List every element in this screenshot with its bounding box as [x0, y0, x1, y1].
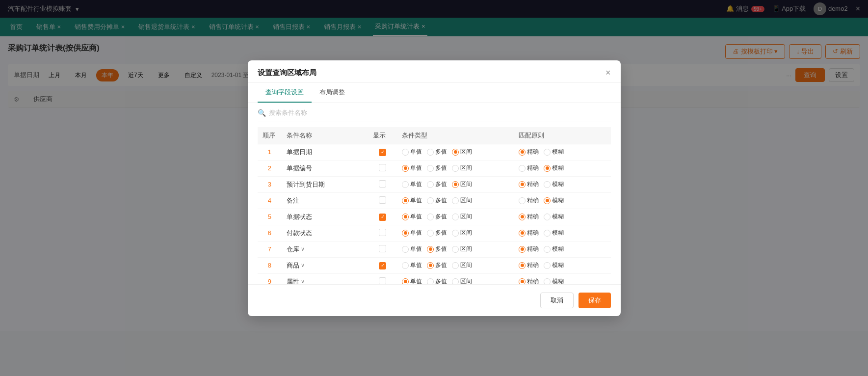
row-name: 备注 — [282, 192, 368, 209]
display-checkbox[interactable] — [379, 262, 386, 269]
match-radio-fuzzy[interactable]: 模糊 — [544, 245, 564, 253]
radio-circle — [544, 230, 551, 237]
match-radio-exact[interactable]: 精确 — [519, 196, 539, 205]
match-radio-exact[interactable]: 精确 — [519, 245, 539, 253]
type-radio-single[interactable]: 单值 — [402, 245, 422, 253]
match-radio-fuzzy[interactable]: 模糊 — [544, 164, 564, 172]
radio-circle — [544, 197, 551, 204]
match-radio-fuzzy[interactable]: 模糊 — [544, 213, 564, 221]
radio-circle — [427, 149, 434, 156]
type-radio-single[interactable]: 单值 — [402, 277, 422, 284]
row-match: 精确模糊 — [514, 176, 610, 192]
row-display[interactable] — [368, 209, 397, 225]
match-radio-exact[interactable]: 精确 — [519, 277, 539, 284]
match-radio-fuzzy[interactable]: 模糊 — [544, 229, 564, 237]
row-display[interactable] — [368, 257, 397, 273]
radio-circle — [427, 214, 434, 220]
type-radio-multi[interactable]: 多值 — [427, 164, 447, 172]
display-checkbox[interactable] — [379, 196, 386, 204]
row-type: 单值多值区间 — [397, 176, 514, 192]
type-radio-range[interactable]: 区间 — [452, 196, 472, 205]
settings-row: 1单据日期单值多值区间精确模糊 — [258, 144, 611, 160]
match-radio-fuzzy[interactable]: 模糊 — [544, 196, 564, 205]
radio-circle — [544, 262, 551, 269]
radio-circle — [427, 181, 434, 188]
type-radio-single[interactable]: 单值 — [402, 196, 422, 205]
type-radio-range[interactable]: 区间 — [452, 148, 472, 156]
col-header-display: 显示 — [368, 127, 397, 144]
match-radio-exact[interactable]: 精确 — [519, 261, 539, 269]
type-radio-single[interactable]: 单值 — [402, 213, 422, 221]
row-type: 单值多值区间 — [397, 241, 514, 257]
type-radio-multi[interactable]: 多值 — [427, 180, 447, 188]
row-display[interactable] — [368, 192, 397, 209]
col-header-name: 条件名称 — [282, 127, 368, 144]
type-radio-single[interactable]: 单值 — [402, 148, 422, 156]
type-radio-single[interactable]: 单值 — [402, 180, 422, 188]
match-radio-exact[interactable]: 精确 — [519, 180, 539, 188]
type-radio-multi[interactable]: 多值 — [427, 261, 447, 269]
radio-circle — [452, 230, 459, 237]
dialog-tab-layout[interactable]: 布局调整 — [312, 83, 353, 103]
type-radio-single[interactable]: 单值 — [402, 229, 422, 237]
type-radio-multi[interactable]: 多值 — [427, 148, 447, 156]
dialog-title: 设置查询区域布局 — [258, 68, 316, 78]
match-radio-fuzzy[interactable]: 模糊 — [544, 148, 564, 156]
type-radio-range[interactable]: 区间 — [452, 229, 472, 237]
row-display[interactable] — [368, 160, 397, 176]
search-input[interactable] — [269, 109, 611, 116]
radio-circle — [452, 246, 459, 253]
type-radio-multi[interactable]: 多值 — [427, 245, 447, 253]
display-checkbox[interactable] — [379, 245, 386, 252]
display-checkbox[interactable] — [379, 180, 386, 188]
row-display[interactable] — [368, 176, 397, 192]
row-display[interactable] — [368, 273, 397, 284]
settings-table: 顺序 条件名称 显示 条件类型 匹配原则 1单据日期单值多值区间精确模糊2单据编… — [258, 127, 611, 284]
row-match: 精确模糊 — [514, 273, 610, 284]
match-radio-fuzzy[interactable]: 模糊 — [544, 261, 564, 269]
radio-circle — [519, 262, 526, 269]
dialog-close-button[interactable]: × — [605, 68, 611, 77]
save-button[interactable]: 保存 — [579, 293, 611, 308]
type-radio-multi[interactable]: 多值 — [427, 229, 447, 237]
match-radio-exact[interactable]: 精确 — [519, 164, 539, 172]
type-radio-range[interactable]: 区间 — [452, 180, 472, 188]
row-order: 6 — [258, 225, 282, 241]
display-checkbox[interactable] — [379, 164, 386, 171]
radio-circle — [452, 181, 459, 188]
display-checkbox[interactable] — [379, 149, 386, 156]
type-radio-multi[interactable]: 多值 — [427, 213, 447, 221]
type-radio-range[interactable]: 区间 — [452, 261, 472, 269]
type-radio-single[interactable]: 单值 — [402, 164, 422, 172]
type-radio-range[interactable]: 区间 — [452, 245, 472, 253]
type-radio-range[interactable]: 区间 — [452, 164, 472, 172]
radio-circle — [452, 262, 459, 269]
cancel-button[interactable]: 取消 — [540, 293, 574, 308]
type-radio-range[interactable]: 区间 — [452, 277, 472, 284]
radio-circle — [519, 230, 526, 237]
display-checkbox[interactable] — [379, 277, 386, 284]
row-display[interactable] — [368, 144, 397, 160]
row-type: 单值多值区间 — [397, 209, 514, 225]
radio-circle — [452, 278, 459, 284]
match-radio-exact[interactable]: 精确 — [519, 148, 539, 156]
type-radio-range[interactable]: 区间 — [452, 213, 472, 221]
settings-row: 2单据编号单值多值区间精确模糊 — [258, 160, 611, 176]
type-radio-multi[interactable]: 多值 — [427, 196, 447, 205]
row-display[interactable] — [368, 225, 397, 241]
match-radio-fuzzy[interactable]: 模糊 — [544, 180, 564, 188]
display-checkbox[interactable] — [379, 214, 386, 221]
match-radio-fuzzy[interactable]: 模糊 — [544, 277, 564, 284]
row-name: 付款状态 — [282, 225, 368, 241]
row-display[interactable] — [368, 241, 397, 257]
display-checkbox[interactable] — [379, 229, 386, 236]
dialog-tab-fields[interactable]: 查询字段设置 — [258, 83, 312, 103]
radio-circle — [519, 214, 526, 220]
radio-circle — [519, 246, 526, 253]
row-type: 单值多值区间 — [397, 144, 514, 160]
type-radio-multi[interactable]: 多值 — [427, 277, 447, 284]
type-radio-single[interactable]: 单值 — [402, 261, 422, 269]
match-radio-exact[interactable]: 精确 — [519, 213, 539, 221]
radio-circle — [402, 278, 409, 284]
match-radio-exact[interactable]: 精确 — [519, 229, 539, 237]
